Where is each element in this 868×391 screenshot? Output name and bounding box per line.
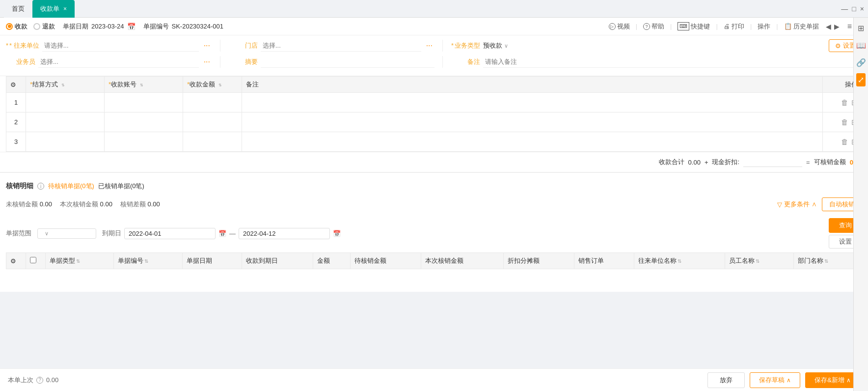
date-from-calendar-icon[interactable]: 📅 (218, 230, 226, 237)
save-draft-btn[interactable]: 保存草稿 ∧ (750, 372, 800, 388)
input-account-1[interactable] (105, 93, 183, 112)
minimize-btn[interactable]: — (841, 5, 848, 13)
close-btn[interactable]: × (860, 5, 864, 13)
delete-row-1-btn[interactable]: 🗑 (841, 98, 848, 107)
sidebar-link-icon[interactable]: 🔗 (854, 56, 868, 69)
summary-input[interactable] (261, 56, 434, 67)
print-btn[interactable]: 🖨 打印 (724, 22, 744, 31)
input-remark-2[interactable] (242, 112, 822, 132)
bth-checkbox[interactable] (26, 253, 46, 269)
footer-left: 本单上次 ? 0.00 (8, 376, 58, 385)
prev-arrow[interactable]: ◀ (825, 23, 832, 30)
shortcut-btn[interactable]: ⌨ 快捷键 (678, 22, 710, 31)
form-row-1: * 往来单位 ··· 门店 ··· (6, 39, 862, 52)
row-num-1: 1 (6, 93, 26, 112)
sort-dept-icon[interactable]: ⇅ (824, 258, 828, 264)
cell-remark-2[interactable] (242, 112, 823, 132)
divider-2 (442, 40, 443, 52)
input-account-3[interactable] (105, 132, 183, 151)
sort-settlement[interactable]: ⇅ (61, 83, 65, 87)
th-gear[interactable]: ⚙ (6, 77, 26, 93)
cell-amount-1[interactable] (183, 93, 242, 112)
cell-amount-3[interactable] (183, 132, 242, 152)
counterpart-dots[interactable]: ··· (202, 42, 212, 50)
more-filters-btn[interactable]: ▽ 更多条件 ∧ (777, 200, 817, 209)
sort-counterpart-icon[interactable]: ⇅ (678, 258, 681, 264)
store-input[interactable] (261, 40, 421, 51)
date-to-calendar-icon[interactable]: 📅 (333, 230, 341, 237)
tab-receipt[interactable]: 收款单 × (32, 0, 75, 18)
input-remark-1[interactable] (242, 93, 822, 112)
input-settlement-3[interactable] (26, 132, 104, 151)
date-range-select[interactable]: ∨ (37, 228, 96, 239)
remark-label: 备注 (451, 57, 480, 66)
refund-radio[interactable]: 退款 (33, 22, 55, 31)
input-settlement-2[interactable] (26, 112, 104, 132)
delete-row-2-btn[interactable]: 🗑 (841, 118, 848, 126)
sort-account[interactable]: ⇅ (140, 83, 143, 87)
input-amount-1[interactable] (183, 93, 242, 112)
history-btn[interactable]: 📋 历史单据 (784, 22, 819, 31)
cell-account-3[interactable] (105, 132, 183, 152)
business-type-select[interactable]: 预收款 ∨ (483, 41, 508, 50)
bth-gear[interactable]: ⚙ (6, 253, 26, 269)
sort-doc-type-icon[interactable]: ⇅ (76, 258, 80, 264)
input-settlement-1[interactable] (26, 93, 104, 112)
list-view-icon[interactable]: ≡ (846, 22, 853, 31)
tab-bar: 首页 收款单 × — □ × (0, 0, 868, 18)
sort-doc-num-icon[interactable]: ⇅ (144, 258, 148, 264)
tab-done[interactable]: 已核销单据(0笔) (98, 182, 144, 191)
sort-amount[interactable]: ⇅ (218, 83, 222, 87)
tab-pending[interactable]: 待核销单据(0笔) (48, 182, 94, 191)
cell-settlement-3[interactable] (26, 132, 105, 152)
cell-settlement-1[interactable] (26, 93, 105, 112)
delete-row-3-btn[interactable]: 🗑 (841, 138, 848, 146)
cell-settlement-2[interactable] (26, 112, 105, 132)
cell-remark-1[interactable] (242, 93, 823, 112)
cell-amount-2[interactable] (183, 112, 242, 132)
table-row: 2 🗑 ⊞ (6, 112, 862, 132)
due-date-to-input[interactable] (239, 228, 330, 239)
input-remark-3[interactable] (242, 132, 822, 151)
refund-radio-circle (33, 23, 40, 30)
save-new-btn[interactable]: 保存&新增 ∧ (805, 372, 860, 388)
input-amount-2[interactable] (183, 112, 242, 132)
input-amount-3[interactable] (183, 132, 242, 151)
store-dots[interactable]: ··· (424, 42, 434, 50)
business-type-dropdown-icon[interactable]: ∨ (504, 43, 508, 49)
operation-btn[interactable]: 操作 (758, 22, 770, 31)
sidebar-expand-icon[interactable]: ⤢ (856, 73, 866, 86)
discard-btn[interactable]: 放弃 (707, 372, 745, 388)
sort-staff-icon[interactable]: ⇅ (756, 258, 760, 264)
sidebar-table-icon[interactable]: ⊞ (856, 22, 866, 35)
bth-doc-num: 单据编号⇅ (114, 253, 182, 269)
current-verify-value: 0.00 (100, 200, 112, 208)
cell-account-1[interactable] (105, 93, 183, 112)
counterpart-input[interactable] (42, 40, 199, 51)
current-label: 本单上次 (8, 376, 33, 385)
tab-close-icon[interactable]: × (63, 5, 67, 12)
help-btn[interactable]: ? 帮助 (643, 22, 664, 31)
tab-home[interactable]: 首页 (4, 0, 32, 18)
next-arrow[interactable]: ▶ (833, 23, 841, 30)
receipt-radio[interactable]: 收款 (6, 22, 27, 31)
due-date-from-input[interactable] (124, 228, 216, 239)
select-all-checkbox[interactable] (30, 257, 36, 263)
remark-input[interactable] (483, 56, 862, 67)
footer-info-icon[interactable]: ? (36, 377, 43, 384)
maximize-btn[interactable]: □ (852, 5, 856, 13)
staff-dots[interactable]: ··· (202, 58, 212, 66)
th-settlement: *结算方式 ⇅ (26, 77, 105, 93)
verify-info-icon[interactable]: i (37, 183, 44, 190)
receipt-radio-dot (8, 25, 11, 28)
cell-remark-3[interactable] (242, 132, 823, 152)
date-calendar-icon[interactable]: 📅 (127, 23, 136, 30)
sidebar-book-icon[interactable]: 📖 (854, 39, 868, 52)
shortcut-icon: ⌨ (678, 22, 689, 30)
staff-input[interactable] (38, 56, 199, 67)
discount-input[interactable] (743, 157, 802, 167)
video-btn[interactable]: ▷ 视频 (609, 22, 630, 31)
cell-account-2[interactable] (105, 112, 183, 132)
input-account-2[interactable] (105, 112, 183, 132)
table-row: 1 🗑 ⊞ (6, 93, 862, 112)
